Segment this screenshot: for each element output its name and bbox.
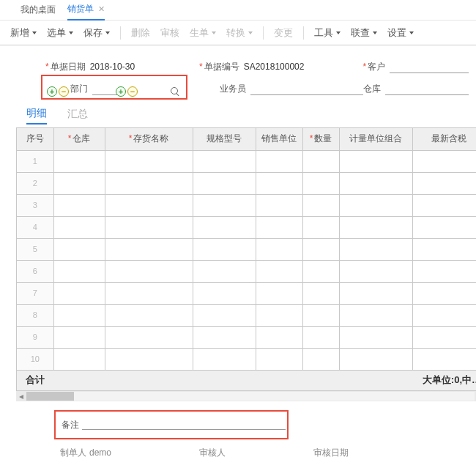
col-7[interactable]: 最新含税	[412, 128, 476, 150]
table-row[interactable]: 5	[17, 238, 476, 260]
cell[interactable]	[302, 150, 339, 172]
cell[interactable]	[339, 282, 412, 304]
cell[interactable]	[412, 216, 476, 238]
delete-button[interactable]: 删除	[128, 23, 153, 42]
remark-field[interactable]	[82, 429, 286, 430]
col-6[interactable]: 计量单位组合	[339, 128, 412, 150]
cell[interactable]	[53, 238, 105, 260]
cell[interactable]	[256, 216, 302, 238]
gen-button[interactable]: 生单	[187, 23, 219, 42]
cell[interactable]	[53, 326, 105, 348]
cell[interactable]	[339, 216, 412, 238]
cell[interactable]	[339, 326, 412, 348]
col-4[interactable]: 销售单位	[256, 128, 302, 150]
table-row[interactable]: 2	[17, 172, 476, 194]
cell[interactable]	[302, 238, 339, 260]
cell[interactable]	[302, 282, 339, 304]
search-icon[interactable]	[170, 86, 180, 97]
table-row[interactable]: 7	[17, 282, 476, 304]
cell[interactable]	[256, 348, 302, 370]
cell[interactable]	[105, 216, 193, 238]
cell[interactable]	[412, 172, 476, 194]
cell[interactable]	[412, 238, 476, 260]
cell[interactable]	[339, 150, 412, 172]
cell[interactable]	[105, 326, 193, 348]
cell[interactable]	[256, 150, 302, 172]
table-row[interactable]: 10	[17, 348, 476, 370]
doc-date-value[interactable]: 2018-10-30	[90, 62, 135, 72]
cell[interactable]	[105, 260, 193, 282]
scroll-left-icon[interactable]: ◂	[16, 391, 26, 401]
cell[interactable]	[53, 150, 105, 172]
cell[interactable]	[339, 260, 412, 282]
cell[interactable]	[302, 172, 339, 194]
audit-button[interactable]: 审核	[157, 23, 182, 42]
cell[interactable]	[256, 282, 302, 304]
cell[interactable]	[412, 282, 476, 304]
plus-icon[interactable]: +	[116, 86, 126, 97]
scroll-thumb[interactable]	[26, 392, 74, 401]
table-row[interactable]: 6	[17, 260, 476, 282]
cell[interactable]	[412, 260, 476, 282]
cell[interactable]	[105, 282, 193, 304]
chain-button[interactable]: 联查	[348, 23, 380, 42]
cell[interactable]	[412, 326, 476, 348]
table-row[interactable]: 1	[17, 150, 476, 172]
cell[interactable]	[193, 326, 256, 348]
select-button[interactable]: 选单	[44, 23, 76, 42]
cell[interactable]	[53, 304, 105, 326]
cell[interactable]	[412, 150, 476, 172]
change-button[interactable]: 变更	[271, 23, 296, 42]
horizontal-scrollbar[interactable]: ◂ ▸	[16, 391, 476, 401]
tab-desktop[interactable]: 我的桌面	[21, 0, 56, 21]
cell[interactable]	[256, 326, 302, 348]
cell[interactable]	[193, 348, 256, 370]
cell[interactable]	[53, 216, 105, 238]
cell[interactable]	[256, 194, 302, 216]
cell[interactable]	[193, 216, 256, 238]
minus-icon[interactable]: −	[59, 86, 69, 97]
cell[interactable]	[193, 260, 256, 282]
tools-button[interactable]: 工具	[311, 23, 343, 42]
cell[interactable]	[256, 260, 302, 282]
salesman-field[interactable]	[250, 82, 363, 95]
cell[interactable]	[302, 260, 339, 282]
tab-sales-order[interactable]: 销货单 ✕	[67, 0, 105, 21]
cell[interactable]	[193, 172, 256, 194]
save-button[interactable]: 保存	[81, 23, 113, 42]
minus-icon[interactable]: −	[127, 86, 138, 97]
cell[interactable]	[105, 304, 193, 326]
cell[interactable]	[53, 282, 105, 304]
col-2[interactable]: *存货名称	[105, 128, 193, 150]
cell[interactable]	[53, 348, 105, 370]
cell[interactable]	[256, 304, 302, 326]
col-1[interactable]: *仓库	[53, 128, 105, 150]
warehouse-field[interactable]	[385, 82, 469, 95]
cell[interactable]	[302, 216, 339, 238]
cell[interactable]	[53, 172, 105, 194]
subtab-summary[interactable]: 汇总	[67, 108, 88, 124]
table-row[interactable]: 8	[17, 304, 476, 326]
settings-button[interactable]: 设置	[384, 23, 417, 42]
doc-no-value[interactable]: SA2018100002	[244, 62, 305, 72]
col-3[interactable]: 规格型号	[193, 128, 256, 150]
cell[interactable]	[412, 304, 476, 326]
cell[interactable]	[105, 348, 193, 370]
cell[interactable]	[339, 172, 412, 194]
close-icon[interactable]: ✕	[98, 4, 105, 14]
cell[interactable]	[339, 194, 412, 216]
cell[interactable]	[256, 172, 302, 194]
cell[interactable]	[105, 150, 193, 172]
cell[interactable]	[193, 194, 256, 216]
cell[interactable]	[302, 326, 339, 348]
table-row[interactable]: 9	[17, 326, 476, 348]
subtab-detail[interactable]: 明细	[26, 107, 47, 125]
cell[interactable]	[339, 304, 412, 326]
col-5[interactable]: *数量	[302, 128, 339, 150]
cell[interactable]	[302, 194, 339, 216]
cell[interactable]	[193, 282, 256, 304]
cell[interactable]	[193, 304, 256, 326]
cell[interactable]	[105, 238, 193, 260]
cell[interactable]	[339, 348, 412, 370]
convert-button[interactable]: 转换	[223, 23, 256, 42]
